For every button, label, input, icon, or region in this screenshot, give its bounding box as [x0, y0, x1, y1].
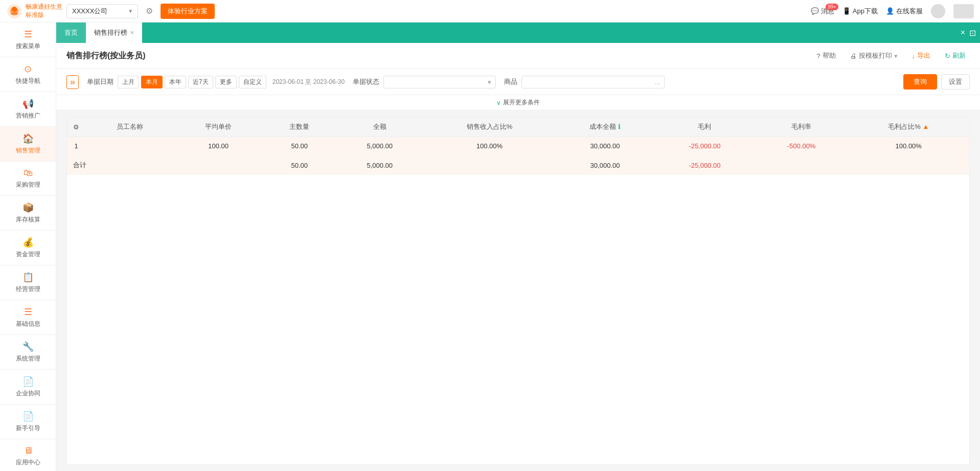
newbie-icon: 📄 — [22, 411, 34, 422]
top-bar: 畅康通好生意 标准版 XXXXX公司 ▾ ⚙ 体验行业方案 💬 消息 99+ 📱… — [0, 0, 980, 23]
apps-icon: 🖥 — [24, 445, 33, 456]
cell-main-qty: 50.00 — [263, 137, 336, 155]
sidebar-item-purchase[interactable]: 🛍 采购管理 — [0, 162, 56, 196]
cell-gross-pct: 100.00% — [848, 137, 970, 155]
query-button[interactable]: 查询 — [903, 74, 937, 89]
goods-more-icon[interactable]: ... — [654, 78, 660, 86]
col-settings-icon[interactable]: ⚙ — [73, 123, 79, 131]
filter-row-1: » 单据日期 上月 本月 本年 近7天 更多 自定义 2023-06-01 至 … — [66, 74, 970, 89]
system-icon: 🔧 — [22, 341, 34, 352]
window-close-icon[interactable]: × — [961, 28, 965, 37]
top-bar-right: 💬 消息 99+ 📱 App下载 👤 在线客服 — [811, 4, 974, 18]
col-gross-pct: 毛利占比% ▲ — [848, 117, 970, 137]
app-download-icon: 📱 — [842, 7, 851, 15]
sidebar-item-basic[interactable]: ☰ 基础信息 — [0, 300, 56, 335]
col-total: 全额 — [336, 117, 423, 137]
settings-icon-btn[interactable]: ⚙ — [142, 4, 156, 18]
col-name: 员工名称 — [85, 117, 174, 137]
footer-cost: 30,000.00 — [556, 155, 654, 175]
trial-button[interactable]: 体验行业方案 — [161, 4, 215, 19]
online-service-label: 在线客服 — [896, 7, 923, 16]
filter-collapse-icon[interactable]: » — [66, 75, 79, 89]
inventory-icon: 📦 — [22, 202, 34, 213]
date-year-btn[interactable]: 本年 — [165, 76, 186, 88]
window-max-icon[interactable]: ⊡ — [969, 28, 976, 38]
app-download-btn[interactable]: 📱 App下载 — [842, 7, 878, 16]
sidebar-label-sales: 销售管理 — [16, 146, 40, 155]
refresh-btn[interactable]: ↻ 刷新 — [941, 49, 970, 62]
date-current-btn[interactable]: 本月 — [141, 76, 163, 88]
footer-sales-pct — [423, 155, 556, 175]
date-7days-btn[interactable]: 近7天 — [188, 76, 213, 88]
sidebar-item-apps[interactable]: 🖥 应用中心 — [0, 439, 56, 471]
user-avatar[interactable] — [931, 4, 945, 18]
footer-total: 5,000.00 — [336, 155, 423, 175]
status-chevron-icon: ▾ — [488, 78, 491, 86]
footer-label: 合计 — [67, 155, 174, 175]
sidebar-item-quick[interactable]: ⊙ 快捷导航 — [0, 57, 56, 92]
logo-text: 畅康通好生意 标准版 — [26, 3, 62, 19]
status-filter-group: 单据状态 ▾ — [353, 76, 496, 88]
settings-small-button[interactable]: 设置 — [941, 74, 970, 89]
col-sales-pct: 销售收入占比% — [423, 117, 556, 137]
export-icon: ↓ — [912, 52, 916, 60]
message-icon: 💬 — [811, 7, 819, 15]
export-btn[interactable]: ↓ 导出 — [908, 49, 935, 62]
sidebar-item-search[interactable]: ☰ 搜索菜单 — [0, 23, 56, 57]
page-title: 销售排行榜(按业务员) — [66, 51, 146, 61]
filter-area: » 单据日期 上月 本月 本年 近7天 更多 自定义 2023-06-01 至 … — [56, 69, 980, 95]
print-label: 按模板打印 — [859, 51, 892, 60]
date-prev-btn[interactable]: 上月 — [118, 76, 139, 88]
sidebar-label-marketing: 营销推广 — [16, 111, 40, 120]
date-custom-btn[interactable]: 自定义 — [239, 76, 266, 88]
sidebar-label-basic: 基础信息 — [16, 320, 40, 328]
page-content: 销售排行榜(按业务员) ? 帮助 🖨 按模板打印 ▾ ↓ — [56, 43, 980, 471]
sidebar-item-finance[interactable]: 💰 资金管理 — [0, 231, 56, 265]
finance-icon: 💰 — [22, 237, 34, 248]
sidebar-item-enterprise[interactable]: 📄 企业协同 — [0, 370, 56, 405]
data-table: ⚙ 员工名称 平均单价 主数量 全额 销售收入占比% 成本全额 ℹ 毛利 毛利率 — [67, 117, 969, 175]
date-more-btn[interactable]: 更多 — [215, 76, 237, 88]
footer-gross: -25,000.00 — [654, 155, 755, 175]
tab-bar: 首页 销售排行榜 × × ⊡ — [56, 23, 980, 43]
sidebar-item-inventory[interactable]: 📦 库存核算 — [0, 196, 56, 231]
export-label: 导出 — [917, 51, 930, 60]
table-header-row: ⚙ 员工名称 平均单价 主数量 全额 销售收入占比% 成本全额 ℹ 毛利 毛利率 — [67, 117, 969, 137]
tab-home[interactable]: 首页 — [56, 23, 86, 43]
online-service-btn[interactable]: 👤 在线客服 — [886, 7, 923, 16]
company-selector[interactable]: XXXXX公司 ▾ — [66, 4, 138, 18]
cell-avg-price: 100.00 — [174, 137, 262, 155]
expand-chevron-icon: ∨ — [496, 99, 501, 106]
help-btn[interactable]: ? 帮助 — [812, 49, 839, 62]
tab-sales-ranking[interactable]: 销售排行榜 × — [86, 23, 142, 43]
message-btn[interactable]: 💬 消息 99+ — [811, 7, 834, 16]
cell-sales-pct: 100.00% — [423, 137, 556, 155]
sidebar-label-newbie: 新手引导 — [16, 424, 40, 433]
goods-select[interactable]: ... — [521, 76, 665, 88]
sidebar-label-quick: 快捷导航 — [16, 77, 40, 85]
cell-cost: 30,000.00 — [556, 137, 654, 155]
print-icon: 🖨 — [850, 52, 857, 60]
action-buttons: 查询 设置 — [903, 74, 970, 89]
sidebar-item-newbie[interactable]: 📄 新手引导 — [0, 405, 56, 439]
print-btn[interactable]: 🖨 按模板打印 ▾ — [846, 49, 902, 62]
sidebar-item-operations[interactable]: 📋 经营管理 — [0, 265, 56, 300]
user-avatar-2[interactable] — [953, 4, 974, 18]
cost-info-icon: ℹ — [618, 123, 621, 130]
sidebar-item-sales[interactable]: 🏠 销售管理 — [0, 127, 56, 162]
table-row: 1 100.00 50.00 5,000.00 100.00% 30,000.0… — [67, 137, 969, 155]
chevron-down-icon: ▾ — [129, 7, 132, 15]
marketing-icon: 📢 — [22, 98, 34, 109]
cell-gross-rate: -500.00% — [755, 137, 848, 155]
message-badge: 99+ — [826, 4, 838, 10]
sidebar-item-marketing[interactable]: 📢 营销推广 — [0, 92, 56, 127]
col-avg-price: 平均单价 — [174, 117, 262, 137]
tab-close-icon[interactable]: × — [130, 29, 134, 36]
date-filter-group: 单据日期 上月 本月 本年 近7天 更多 自定义 2023-06-01 至 20… — [87, 76, 345, 88]
top-bar-left: 畅康通好生意 标准版 XXXXX公司 ▾ ⚙ 体验行业方案 — [6, 3, 811, 19]
operations-icon: 📋 — [22, 272, 34, 283]
expand-conditions-btn[interactable]: ∨ 展开更多条件 — [496, 98, 540, 107]
status-select[interactable]: ▾ — [383, 76, 496, 88]
footer-gross-rate — [755, 155, 848, 175]
sidebar-item-system[interactable]: 🔧 系统管理 — [0, 335, 56, 370]
